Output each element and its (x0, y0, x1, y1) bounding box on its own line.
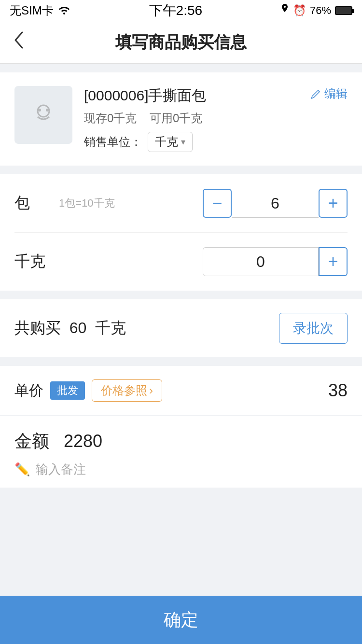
unit-value: 千克 (155, 134, 178, 150)
battery-icon (335, 6, 352, 15)
svg-point-1 (38, 109, 41, 112)
kg-label: 千克 (14, 251, 53, 272)
total-unit: 千克 (95, 319, 126, 336)
available-label: 可用0千克 (150, 112, 202, 125)
pack-minus-button[interactable]: − (203, 189, 232, 218)
nav-bar: 填写商品购买信息 (0, 21, 362, 64)
product-unit-row: 销售单位： 千克 ▾ (84, 132, 348, 152)
edit-button[interactable]: 编辑 (311, 86, 348, 101)
batch-button[interactable]: 录批次 (279, 313, 348, 344)
svg-point-2 (46, 109, 49, 112)
price-ref-label: 价格参照 (101, 383, 147, 398)
pencil-icon: ✏️ (14, 462, 30, 477)
product-info: [0000006]手撕面包 现存0千克 可用0千克 销售单位： 千克 ▾ (84, 86, 348, 152)
total-text: 共购买 60 千克 (14, 318, 126, 339)
location-icon (280, 4, 289, 17)
status-left: 无SIM卡 (10, 3, 71, 18)
wifi-icon (57, 4, 71, 17)
price-tag: 批发 (50, 381, 85, 400)
remark-row[interactable]: ✏️ 输入备注 (14, 461, 348, 478)
alarm-icon: ⏰ (293, 4, 306, 17)
total-amount: 60 (70, 319, 87, 336)
page-title: 填写商品购买信息 (115, 31, 247, 54)
total-section: 共购买 60 千克 录批次 (0, 299, 362, 357)
pack-qty-control: − + (203, 189, 348, 218)
status-right: ⏰ 76% (280, 4, 352, 17)
remark-placeholder: 输入备注 (36, 461, 86, 478)
pack-section: 包 1包=10千克 − + 千克 + (0, 174, 362, 291)
back-button[interactable] (14, 31, 24, 53)
amount-row: 金额 2280 (14, 430, 348, 453)
amount-section: 金额 2280 ✏️ 输入备注 (0, 416, 362, 488)
price-value: 38 (328, 380, 348, 401)
price-label: 单价 (14, 381, 43, 401)
pack-plus-button[interactable]: + (319, 189, 348, 218)
carrier-label: 无SIM卡 (10, 3, 54, 18)
price-section: 单价 批发 价格参照 › 38 (0, 366, 362, 415)
pack-row: 包 1包=10千克 − + (14, 174, 348, 233)
total-prefix: 共购买 (14, 319, 61, 336)
amount-label: 金额 (14, 431, 49, 451)
product-stock: 现存0千克 可用0千克 (84, 111, 348, 126)
price-ref-button[interactable]: 价格参照 › (92, 379, 162, 402)
unit-prefix: 销售单位： (84, 134, 142, 150)
kg-qty-control: + (203, 247, 348, 276)
product-card: [0000006]手撕面包 现存0千克 可用0千克 销售单位： 千克 ▾ 编辑 (0, 72, 362, 166)
product-thumbnail (14, 86, 72, 144)
stock-label: 现存0千克 (84, 112, 137, 125)
kg-row: 千克 + (14, 233, 348, 291)
price-ref-arrow-icon: › (149, 384, 153, 397)
unit-arrow-icon: ▾ (181, 137, 185, 147)
edit-label: 编辑 (324, 86, 348, 101)
pack-hint: 1包=10千克 (59, 196, 203, 210)
kg-qty-input[interactable] (203, 247, 319, 276)
status-time: 下午2:56 (149, 1, 203, 20)
pack-qty-input[interactable] (232, 189, 319, 218)
amount-value: 2280 (64, 431, 102, 451)
battery-percent: 76% (310, 4, 331, 17)
unit-selector[interactable]: 千克 ▾ (148, 132, 193, 152)
confirm-label: 确定 (164, 608, 198, 632)
product-name: [0000006]手撕面包 (84, 86, 348, 106)
pack-label: 包 (14, 193, 53, 214)
status-bar: 无SIM卡 下午2:56 ⏰ 76% (0, 0, 362, 21)
kg-plus-button[interactable]: + (319, 247, 348, 276)
confirm-button[interactable]: 确定 (0, 596, 362, 644)
